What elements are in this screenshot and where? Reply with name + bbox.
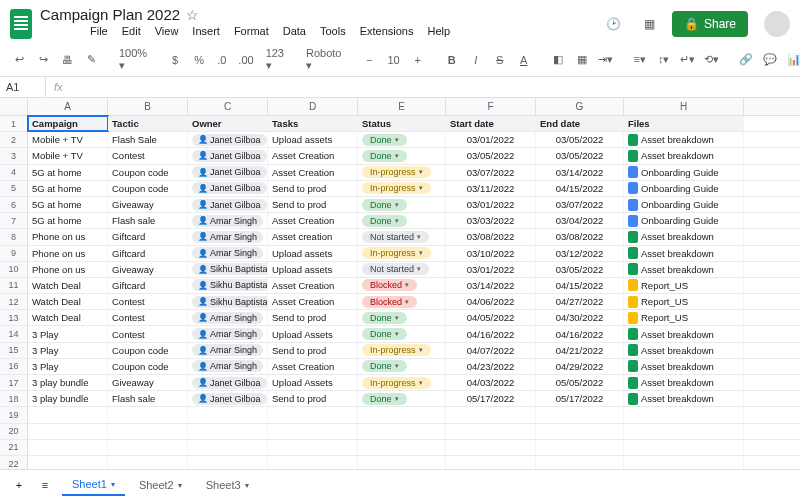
cell[interactable]: Giveaway <box>108 375 188 390</box>
cell[interactable]: Not started <box>358 229 446 244</box>
account-avatar[interactable] <box>764 11 790 37</box>
cell[interactable]: Send to prod <box>268 310 358 325</box>
cell[interactable]: Watch Deal <box>28 294 108 309</box>
cell[interactable]: 03/11/2022 <box>446 181 536 196</box>
cell[interactable]: Amar Singh <box>188 343 268 358</box>
bold-button[interactable]: B <box>443 50 461 70</box>
cell[interactable]: 03/07/2022 <box>536 197 624 212</box>
cell[interactable]: 04/05/2022 <box>446 310 536 325</box>
cell[interactable]: 03/01/2022 <box>446 262 536 277</box>
cell[interactable]: Tactic <box>108 116 188 131</box>
status-pill[interactable]: In-progress <box>362 182 431 194</box>
cell[interactable]: 05/17/2022 <box>536 391 624 406</box>
sheet-tab[interactable]: Sheet3▾ <box>196 474 259 496</box>
row-header[interactable]: 6 <box>0 197 28 212</box>
cell[interactable]: 03/03/2022 <box>446 213 536 228</box>
file-chip[interactable]: Report_US <box>628 279 688 291</box>
valign-icon[interactable]: ↕▾ <box>655 50 673 70</box>
spreadsheet-grid[interactable]: ABCDEFGH 1CampaignTacticOwnerTasksStatus… <box>0 98 800 472</box>
cell[interactable]: Asset breakdown <box>624 132 744 147</box>
cell[interactable]: Giftcard <box>108 278 188 293</box>
person-chip[interactable]: Janet Gilboa <box>192 166 267 178</box>
cell[interactable]: Onboarding Guide <box>624 213 744 228</box>
file-chip[interactable]: Asset breakdown <box>628 134 714 146</box>
cell[interactable]: Contest <box>108 294 188 309</box>
cell[interactable]: Flash sale <box>108 391 188 406</box>
name-box[interactable]: A1 <box>0 77 46 97</box>
cell[interactable]: Phone on us <box>28 262 108 277</box>
cell[interactable]: 04/29/2022 <box>536 359 624 374</box>
file-chip[interactable]: Asset breakdown <box>628 360 714 372</box>
currency-icon[interactable]: $ <box>166 50 184 70</box>
row-header[interactable]: 7 <box>0 213 28 228</box>
cell[interactable]: 03/08/2022 <box>446 229 536 244</box>
cell[interactable]: Report_US <box>624 278 744 293</box>
cell[interactable] <box>358 407 446 422</box>
person-chip[interactable]: Sikhu Baptista <box>192 279 268 291</box>
add-sheet-button[interactable]: + <box>10 475 28 495</box>
zoom-select[interactable]: 100% ▾ <box>116 47 150 72</box>
cell[interactable]: Janet Gilboa <box>188 132 268 147</box>
status-pill[interactable]: Done <box>362 134 407 146</box>
row-header[interactable]: 20 <box>0 424 28 439</box>
row-header[interactable]: 14 <box>0 326 28 341</box>
person-chip[interactable]: Amar Singh <box>192 247 263 259</box>
fill-color-icon[interactable]: ◧ <box>549 50 567 70</box>
row-header[interactable]: 17 <box>0 375 28 390</box>
cell[interactable]: Upload Assets <box>268 375 358 390</box>
cell[interactable]: Sikhu Baptista <box>188 294 268 309</box>
status-pill[interactable]: Done <box>362 312 407 324</box>
status-pill[interactable]: In-progress <box>362 166 431 178</box>
chevron-down-icon[interactable]: ▾ <box>245 481 249 490</box>
cell[interactable]: 05/05/2022 <box>536 375 624 390</box>
cell[interactable]: Contest <box>108 310 188 325</box>
cell[interactable]: Asset breakdown <box>624 343 744 358</box>
cell[interactable]: Send to prod <box>268 181 358 196</box>
file-chip[interactable]: Asset breakdown <box>628 231 714 243</box>
row-header[interactable]: 8 <box>0 229 28 244</box>
row-header[interactable]: 13 <box>0 310 28 325</box>
font-select[interactable]: Roboto ▾ <box>303 47 344 72</box>
cell[interactable]: 04/23/2022 <box>446 359 536 374</box>
cell[interactable] <box>624 440 744 455</box>
status-pill[interactable]: In-progress <box>362 377 431 389</box>
cell[interactable]: Upload assets <box>268 246 358 261</box>
cell[interactable]: Done <box>358 197 446 212</box>
cell[interactable]: Asset breakdown <box>624 229 744 244</box>
cell[interactable]: In-progress <box>358 246 446 261</box>
menu-edit[interactable]: Edit <box>122 25 141 37</box>
col-header[interactable]: H <box>624 98 744 115</box>
cell[interactable]: Asset breakdown <box>624 326 744 341</box>
person-chip[interactable]: Sikhu Baptista <box>192 296 268 308</box>
cell[interactable]: 5G at home <box>28 181 108 196</box>
row-header[interactable]: 2 <box>0 132 28 147</box>
status-pill[interactable]: Done <box>362 328 407 340</box>
cell[interactable]: Sikhu Baptista <box>188 278 268 293</box>
sheet-tab[interactable]: Sheet1▾ <box>62 474 125 496</box>
cell[interactable]: Asset breakdown <box>624 262 744 277</box>
cell[interactable]: 3 play bundle <box>28 391 108 406</box>
file-chip[interactable]: Asset breakdown <box>628 377 714 389</box>
cell[interactable] <box>536 424 624 439</box>
cell[interactable]: 03/05/2022 <box>446 148 536 163</box>
cell[interactable]: Flash sale <box>108 213 188 228</box>
cell[interactable]: Amar Singh <box>188 359 268 374</box>
person-chip[interactable]: Amar Singh <box>192 328 263 340</box>
cell[interactable]: Coupon code <box>108 181 188 196</box>
cell[interactable]: Giveaway <box>108 262 188 277</box>
cell[interactable]: 3 Play <box>28 359 108 374</box>
cell[interactable]: 03/05/2022 <box>536 148 624 163</box>
cell[interactable] <box>108 440 188 455</box>
row-header[interactable]: 12 <box>0 294 28 309</box>
cell[interactable]: Asset Creation <box>268 165 358 180</box>
cell[interactable]: Asset Creation <box>268 213 358 228</box>
cell[interactable]: Send to prod <box>268 343 358 358</box>
cell[interactable]: Onboarding Guide <box>624 165 744 180</box>
cell[interactable]: 3 play bundle <box>28 375 108 390</box>
decrease-decimal[interactable]: .0 <box>214 54 229 66</box>
file-chip[interactable]: Onboarding Guide <box>628 182 719 194</box>
select-all-corner[interactable] <box>0 98 28 115</box>
cell[interactable]: 03/14/2022 <box>536 165 624 180</box>
file-chip[interactable]: Asset breakdown <box>628 328 714 340</box>
file-chip[interactable]: Onboarding Guide <box>628 199 719 211</box>
